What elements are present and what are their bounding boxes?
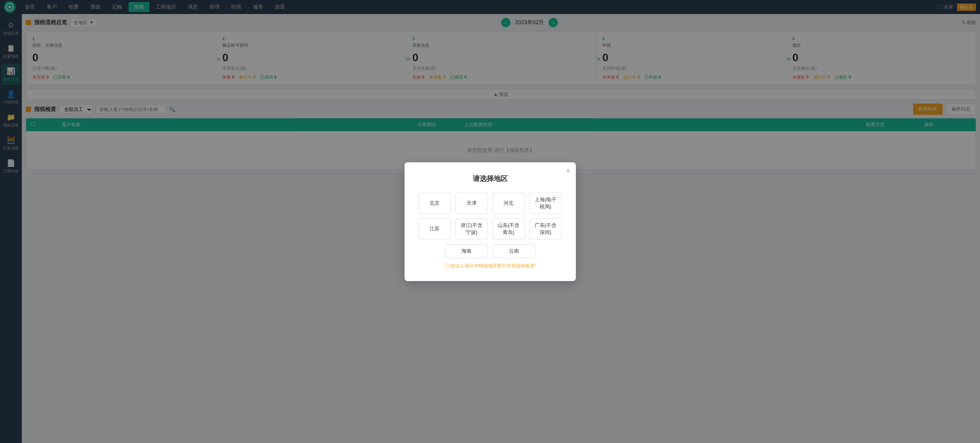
modal-warning: ⓘ 除以上地区外辖他地区暂不支持报税检查! bbox=[419, 263, 562, 269]
region-jiangsu[interactable]: 江苏 bbox=[419, 218, 451, 239]
region-shanghai[interactable]: 上海(电子税局) bbox=[530, 193, 562, 214]
region-hebei[interactable]: 河北 bbox=[493, 193, 525, 214]
region-tianjin[interactable]: 天津 bbox=[456, 193, 488, 214]
region-select-modal: × 请选择地区 北京 天津 河北 上海(电子税局) 江苏 浙江(不含宁波) 山东… bbox=[405, 162, 576, 281]
modal-overlay[interactable]: × 请选择地区 北京 天津 河北 上海(电子税局) 江苏 浙江(不含宁波) 山东… bbox=[0, 0, 980, 443]
region-yunnan[interactable]: 云南 bbox=[493, 244, 535, 258]
warning-text: 除以上地区外辖他地区暂不支持报税检查! bbox=[450, 263, 536, 269]
modal-close-button[interactable]: × bbox=[566, 167, 570, 175]
region-row-2: 江苏 浙江(不含宁波) 山东(不含青岛) 广东(不含深圳) bbox=[419, 218, 562, 239]
region-hainan[interactable]: 海南 bbox=[445, 244, 488, 258]
warning-icon: ⓘ bbox=[444, 263, 449, 269]
modal-title: 请选择地区 bbox=[419, 174, 562, 183]
region-beijing[interactable]: 北京 bbox=[419, 193, 451, 214]
region-zhejiang[interactable]: 浙江(不含宁波) bbox=[456, 218, 488, 239]
region-shandong[interactable]: 山东(不含青岛) bbox=[493, 218, 525, 239]
region-row-3: 海南 云南 bbox=[419, 244, 562, 258]
region-guangdong[interactable]: 广东(不含深圳) bbox=[530, 218, 562, 239]
region-row-1: 北京 天津 河北 上海(电子税局) bbox=[419, 193, 562, 214]
